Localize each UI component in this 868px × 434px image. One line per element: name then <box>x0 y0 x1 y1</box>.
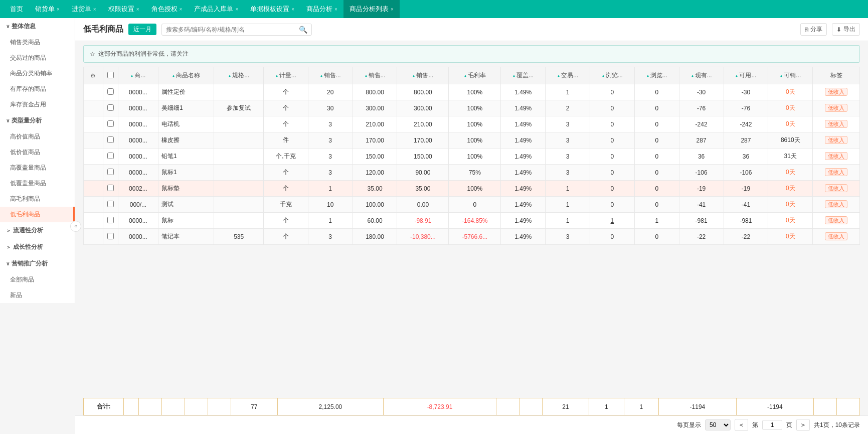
sidebar-item-low-coverage[interactable]: 低覆盖量商品 <box>0 176 75 191</box>
sidebar-collapse-btn[interactable]: « <box>70 221 81 232</box>
row-select-checkbox[interactable] <box>107 153 114 159</box>
row-name[interactable]: 橡皮擦 <box>158 132 214 149</box>
sidebar-item-low-profit[interactable]: 低毛利商品 <box>0 207 75 222</box>
col-transaction[interactable]: ⬥交易... <box>546 67 590 84</box>
sidebar-item-stock-goods[interactable]: 有库存的商品 <box>0 81 75 97</box>
col-browse1[interactable]: ⬥浏览... <box>590 67 634 84</box>
row-name[interactable]: 鼠标1 <box>158 165 214 181</box>
row-checkbox[interactable] <box>103 213 118 229</box>
col-browse2[interactable]: ⬥浏览... <box>634 67 679 84</box>
row-name[interactable]: 鼠标 <box>158 213 214 229</box>
col-settings[interactable]: ⚙ <box>84 67 103 84</box>
row-name[interactable]: 笔记本 <box>158 229 214 245</box>
row-checkbox[interactable] <box>103 132 118 149</box>
close-goods-analysis-icon[interactable]: × <box>334 7 337 12</box>
sidebar-group-overall[interactable]: ∨ 整体信息 <box>0 18 75 35</box>
col-current-stock[interactable]: ⬥现有... <box>679 67 724 84</box>
share-button[interactable]: ⎘ 分享 <box>800 23 827 36</box>
col-spec[interactable]: ⬥规格... <box>214 67 264 84</box>
page-size-select[interactable]: 50 100 200 <box>705 419 731 430</box>
sidebar-item-high-value[interactable]: 高价值商品 <box>0 129 75 144</box>
row-gross-margin: 0 <box>449 197 501 213</box>
sidebar-item-stock-capital[interactable]: 库存资金占用 <box>0 97 75 112</box>
row-name[interactable]: 属性定价 <box>158 84 214 100</box>
close-sales-icon[interactable]: × <box>57 7 60 12</box>
row-checkbox[interactable] <box>103 229 118 245</box>
table-container[interactable]: ⚙ ⬥商... ⬥商品名称 ⬥规格... ⬥计量... ⬥销售... ⬥销售..… <box>75 67 868 398</box>
row-checkbox[interactable] <box>103 181 118 197</box>
close-role-icon[interactable]: × <box>180 7 183 12</box>
row-coverage: 1.49% <box>501 197 546 213</box>
col-available[interactable]: ⬥可用... <box>724 67 768 84</box>
row-checkbox[interactable] <box>103 116 118 132</box>
col-coverage[interactable]: ⬥覆盖... <box>501 67 546 84</box>
nav-permission[interactable]: 权限设置× <box>102 0 145 18</box>
search-input[interactable] <box>166 26 299 33</box>
row-checkbox[interactable] <box>103 149 118 165</box>
nav-goods-analysis-list[interactable]: 商品分析列表× <box>343 0 400 18</box>
col-name[interactable]: ⬥商品名称 <box>158 67 214 84</box>
row-name[interactable]: 铅笔1 <box>158 149 214 165</box>
sidebar-group-growth[interactable]: ＞ 成长性分析 <box>0 239 75 255</box>
sidebar-item-low-value[interactable]: 低价值商品 <box>0 144 75 160</box>
row-select-checkbox[interactable] <box>107 201 114 207</box>
col-gross-margin[interactable]: ⬥毛利率 <box>449 67 501 84</box>
close-permission-icon[interactable]: × <box>136 7 139 12</box>
row-select-checkbox[interactable] <box>107 233 114 239</box>
row-select-checkbox[interactable] <box>107 136 114 143</box>
col-checkbox[interactable] <box>103 67 118 84</box>
row-browse1[interactable]: 1 <box>590 213 634 229</box>
col-code[interactable]: ⬥商... <box>118 67 158 84</box>
sidebar-group-marketing[interactable]: ∨ 营销推广分析 <box>0 255 75 272</box>
sidebar-item-all-goods[interactable]: 全部商品 <box>0 272 75 287</box>
nav-goods-analysis[interactable]: 商品分析× <box>300 0 343 18</box>
col-sellable[interactable]: ⬥可销... <box>768 67 813 84</box>
row-select-checkbox[interactable] <box>107 104 114 111</box>
nav-role[interactable]: 角色授权× <box>145 0 189 18</box>
nav-template[interactable]: 单据模板设置× <box>244 0 300 18</box>
row-select-checkbox[interactable] <box>107 217 114 223</box>
select-all-checkbox[interactable] <box>107 72 114 78</box>
sidebar-item-sales-goods[interactable]: 销售类商品 <box>0 35 75 50</box>
row-checkbox[interactable] <box>103 100 118 116</box>
sidebar-item-traded-goods[interactable]: 交易过的商品 <box>0 50 75 66</box>
row-checkbox[interactable] <box>103 197 118 213</box>
close-purchase-icon[interactable]: × <box>93 7 96 12</box>
row-select-checkbox[interactable] <box>107 120 114 127</box>
row-checkbox[interactable] <box>103 84 118 100</box>
col-tag[interactable]: 标签 <box>813 67 860 84</box>
nav-purchase[interactable]: 进货单× <box>66 0 102 18</box>
nav-product-entry[interactable]: 产成品入库单× <box>188 0 244 18</box>
search-icon[interactable]: 🔍 <box>299 26 307 34</box>
export-button[interactable]: ⬇ 导出 <box>832 23 860 36</box>
row-select-checkbox[interactable] <box>107 88 114 95</box>
row-name[interactable]: 测试 <box>158 197 214 213</box>
nav-sales[interactable]: 销货单× <box>29 0 66 18</box>
col-sales-profit[interactable]: ⬥销售... <box>397 67 449 84</box>
sidebar-group-type[interactable]: ∨ 类型量分析 <box>0 112 75 129</box>
row-checkbox[interactable] <box>103 165 118 181</box>
sidebar-item-high-coverage[interactable]: 高覆盖量商品 <box>0 160 75 176</box>
row-sellable: 0天 <box>768 100 813 116</box>
time-filter-button[interactable]: 近一月 <box>128 24 156 35</box>
sidebar-item-new-goods[interactable]: 新品 <box>0 287 75 303</box>
row-name[interactable]: 鼠标垫 <box>158 181 214 197</box>
sidebar-item-category-sales-rate[interactable]: 商品分类助销率 <box>0 66 75 81</box>
close-goods-analysis-list-icon[interactable]: × <box>391 7 394 12</box>
nav-home[interactable]: 首页 <box>4 0 29 18</box>
close-product-entry-icon[interactable]: × <box>235 7 238 12</box>
col-unit[interactable]: ⬥计量... <box>263 67 308 84</box>
page-number-input[interactable] <box>762 420 782 430</box>
col-sales-qty[interactable]: ⬥销售... <box>308 67 353 84</box>
row-select-checkbox[interactable] <box>107 169 114 175</box>
prev-page-button[interactable]: ＜ <box>735 419 748 431</box>
next-page-button[interactable]: ＞ <box>796 419 810 431</box>
settings-icon[interactable]: ⚙ <box>90 72 96 79</box>
row-name[interactable]: 吴细细1 <box>158 100 214 116</box>
row-select-checkbox[interactable] <box>107 185 114 191</box>
close-template-icon[interactable]: × <box>291 7 294 12</box>
row-name[interactable]: 电话机 <box>158 116 214 132</box>
sidebar-group-flow[interactable]: ＞ 流通性分析 <box>0 222 75 239</box>
col-sales-price[interactable]: ⬥销售... <box>353 67 397 84</box>
sidebar-item-high-profit[interactable]: 高毛利商品 <box>0 191 75 207</box>
